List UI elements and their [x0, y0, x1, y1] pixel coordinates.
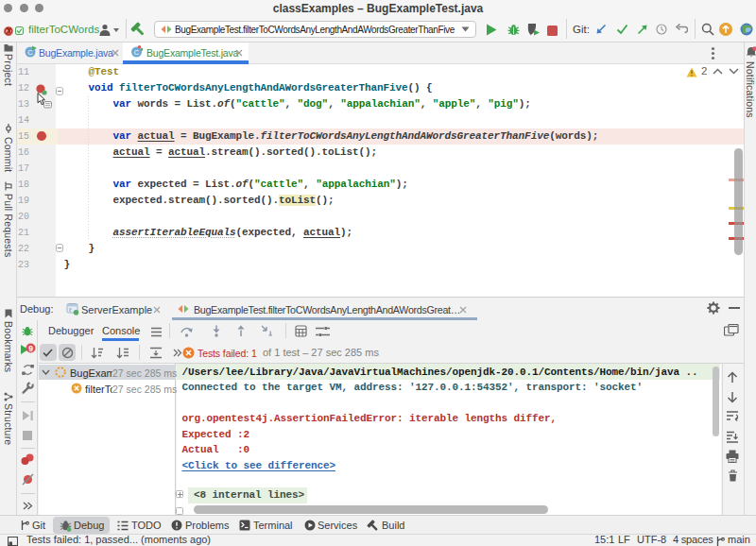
svg-text:9: 9	[28, 344, 33, 353]
svg-text:C: C	[134, 48, 140, 57]
